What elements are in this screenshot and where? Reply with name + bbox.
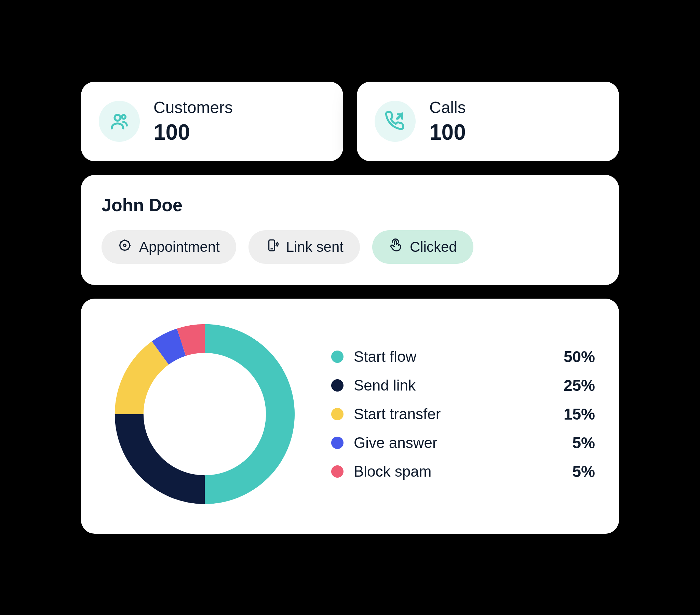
customers-stat-card: Customers 100	[81, 81, 343, 161]
svg-point-3	[124, 244, 126, 246]
legend-label: Start flow	[354, 348, 564, 365]
touch-icon	[389, 238, 402, 255]
legend-row: Send link25%	[331, 376, 595, 394]
legend-value: 15%	[564, 405, 595, 423]
legend-row: Start transfer15%	[331, 405, 595, 423]
appointment-icon	[118, 238, 132, 255]
legend-label: Send link	[354, 377, 564, 394]
chip-label: Link sent	[286, 239, 343, 255]
legend-value: 50%	[564, 348, 595, 366]
legend-dot	[331, 437, 343, 449]
legend-dot	[331, 465, 343, 478]
customers-icon	[99, 101, 140, 142]
calls-label: Calls	[429, 98, 466, 117]
legend-row: Block spam5%	[331, 462, 595, 481]
legend-dot	[331, 351, 343, 363]
legend-value: 5%	[573, 462, 595, 481]
donut-slice	[115, 414, 205, 504]
customers-value: 100	[153, 120, 233, 145]
donut-slice	[205, 324, 295, 504]
calls-stat-card: Calls 100	[357, 81, 619, 161]
legend-row: Start flow50%	[331, 348, 595, 366]
status-chips: Appointment Link sent	[101, 230, 599, 264]
legend-label: Start transfer	[354, 405, 564, 423]
chip-clicked[interactable]: Clicked	[372, 230, 473, 264]
customers-label: Customers	[153, 98, 233, 117]
chart-card: Start flow50%Send link25%Start transfer1…	[81, 299, 619, 534]
person-name: John Doe	[101, 195, 599, 215]
chip-label: Clicked	[410, 239, 457, 255]
legend-label: Block spam	[354, 463, 573, 480]
legend-dot	[331, 379, 343, 391]
legend-dot	[331, 408, 343, 420]
person-card: John Doe Appointment	[81, 175, 619, 285]
donut-chart	[109, 318, 300, 510]
chip-link-sent[interactable]: Link sent	[249, 230, 360, 264]
legend-value: 5%	[573, 434, 595, 452]
calls-icon	[375, 101, 416, 142]
phone-link-icon	[265, 238, 278, 255]
legend-row: Give answer5%	[331, 434, 595, 452]
chip-label: Appointment	[139, 239, 220, 255]
svg-point-0	[114, 115, 120, 121]
legend-value: 25%	[564, 376, 595, 394]
chart-legend: Start flow50%Send link25%Start transfer1…	[331, 348, 595, 481]
chip-appointment[interactable]: Appointment	[101, 230, 236, 264]
calls-value: 100	[429, 120, 466, 145]
svg-point-1	[122, 115, 125, 119]
legend-label: Give answer	[354, 434, 573, 451]
